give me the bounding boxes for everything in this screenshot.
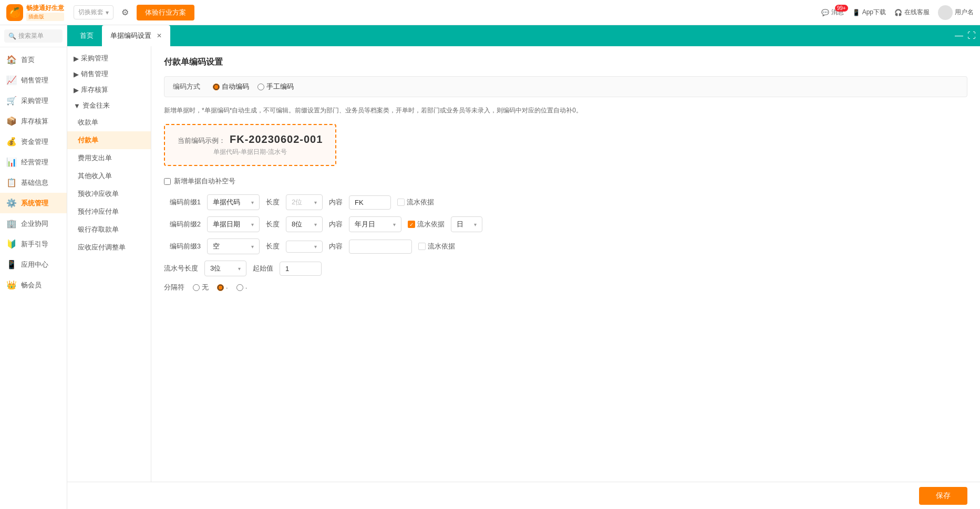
vip-icon: 👑: [6, 280, 17, 290]
sep-dot-input[interactable]: [217, 284, 224, 291]
tab-close-icon[interactable]: ✕: [157, 32, 162, 39]
prefix-3-content-input[interactable]: [349, 240, 412, 254]
tab-maximize-button[interactable]: ⛶: [967, 31, 976, 40]
sub-menu-item-bank[interactable]: 银行存取款单: [67, 221, 151, 238]
prefix-1-length-select[interactable]: 2位 ▾: [286, 194, 323, 210]
serial-start-label: 起始值: [253, 264, 273, 273]
main-panel: 付款单编码设置 编码方式 自动编码 手工编码: [151, 46, 980, 509]
online-service-button[interactable]: 🎧 在线客服: [894, 8, 930, 17]
sub-menu-group-purchase[interactable]: ▶ 采购管理: [67, 50, 151, 66]
user-info[interactable]: 用户名: [938, 5, 974, 20]
sidebar-item-finance[interactable]: 💰 资金管理: [0, 131, 67, 152]
manual-encode-input[interactable]: [257, 84, 264, 90]
sidebar-item-basic[interactable]: 📋 基础信息: [0, 172, 67, 193]
sub-menu-item-prepaid-ap[interactable]: 预付冲应付单: [67, 203, 151, 221]
sidebar-item-apps[interactable]: 📱 应用中心: [0, 254, 67, 275]
sep-dot2-radio[interactable]: ·: [236, 284, 247, 292]
prefix-2-serial-check[interactable]: ✓ 流水依据: [408, 220, 445, 229]
sidebar-item-sales[interactable]: 📈 销售管理: [0, 70, 67, 90]
sep-none-radio[interactable]: 无: [193, 283, 209, 292]
save-button[interactable]: 保存: [919, 487, 967, 505]
manual-encode-radio[interactable]: 手工编码: [257, 82, 294, 91]
prefix-3-content-label: 内容: [329, 242, 343, 251]
sidebar: 🔍 搜索菜单 🏠 首页 📈 销售管理 🛒 采购管理 📦 库存核算 💰: [0, 25, 67, 509]
sidebar-item-guide[interactable]: 🔰 新手引导: [0, 234, 67, 254]
settings-icon[interactable]: ⚙: [118, 5, 132, 20]
prefix-1-length-arrow: ▾: [314, 200, 317, 205]
serial-start-input[interactable]: [280, 262, 322, 276]
sub-menu-item-expense[interactable]: 费用支出单: [67, 149, 151, 167]
sidebar-item-operations[interactable]: 📊 经营管理: [0, 152, 67, 172]
logo-text: 畅捷通好生意 插曲版: [26, 4, 64, 21]
sidebar-item-home[interactable]: 🏠 首页: [0, 49, 67, 70]
tab-home[interactable]: 首页: [71, 25, 102, 46]
chevron-right-icon-3: ▶: [74, 86, 79, 94]
sub-menu-item-prepaid-ar[interactable]: 预收冲应收单: [67, 185, 151, 203]
avatar: [938, 5, 953, 20]
search-menu-input[interactable]: 🔍 搜索菜单: [4, 29, 63, 43]
prefix-1-length-label: 长度: [266, 198, 280, 207]
app-download-button[interactable]: 📱 App下载: [852, 8, 886, 17]
sep-dot2-input[interactable]: [236, 284, 243, 291]
auto-encode-input[interactable]: [213, 84, 220, 90]
operations-icon: 📊: [6, 157, 17, 167]
prefix-2-day-arrow: ▾: [474, 222, 477, 227]
account-switcher[interactable]: 切换账套 ▾: [74, 5, 114, 19]
sidebar-item-vip[interactable]: 👑 畅会员: [0, 275, 67, 295]
sidebar-search-area[interactable]: 🔍 搜索菜单: [0, 25, 67, 47]
sub-menu-group-inventory[interactable]: ▶ 库存核算: [67, 82, 151, 98]
separator-row: 分隔符 无 · ·: [164, 283, 967, 292]
serial-length-arrow: ▾: [238, 266, 241, 272]
auto-fill-label: 新增单据自动补空号: [174, 176, 235, 186]
sub-menu-group-sales[interactable]: ▶ 销售管理: [67, 66, 151, 82]
sidebar-item-enterprise[interactable]: 🏢 企业协同: [0, 213, 67, 234]
sub-menu-item-adjustment[interactable]: 应收应付调整单: [67, 238, 151, 256]
sidebar-item-inventory[interactable]: 📦 库存核算: [0, 111, 67, 131]
serial-length-label: 流水号长度: [164, 264, 198, 273]
message-badge: 99+: [835, 5, 848, 12]
prefix-2-select[interactable]: 单据日期 ▾: [207, 216, 260, 232]
page-title: 付款单编码设置: [164, 57, 967, 68]
prefix-2-day-select[interactable]: 日 ▾: [451, 216, 482, 232]
prefix-3-length-arrow: ▾: [314, 244, 317, 250]
sep-none-input[interactable]: [193, 284, 200, 291]
messages-button[interactable]: 💬 消息 99+: [821, 8, 844, 17]
sidebar-item-system[interactable]: ⚙️ 系统管理: [0, 193, 67, 213]
separator-label: 分隔符: [164, 283, 184, 292]
main-content: 首页 单据编码设置 ✕ — ⛶ ▶ 采购管理 ▶ 销售管理: [67, 25, 980, 509]
sub-menu-item-payment[interactable]: 付款单: [67, 131, 151, 149]
chevron-down-icon: ▾: [106, 9, 109, 16]
tab-minimize-button[interactable]: —: [955, 31, 963, 40]
prefix-2-content-select[interactable]: 年月日 ▾: [349, 216, 401, 232]
prefix-3-select[interactable]: 空 ▾: [207, 238, 260, 254]
sub-menu-item-other-income[interactable]: 其他收入单: [67, 167, 151, 185]
prefix-1-serial-check[interactable]: 流水依据: [397, 198, 434, 207]
prefix-1-content-input[interactable]: [349, 195, 391, 210]
home-icon: 🏠: [6, 55, 17, 65]
auto-encode-radio[interactable]: 自动编码: [213, 82, 249, 91]
serial-length-select[interactable]: 3位 ▾: [204, 261, 246, 276]
trial-button[interactable]: 体验行业方案: [137, 5, 194, 20]
sub-menu-group-finance[interactable]: ▼ 资金往来: [67, 98, 151, 113]
top-header: 🍊 畅捷通好生意 插曲版 切换账套 ▾ ⚙ 体验行业方案 💬 消息 99+ 📱 …: [0, 0, 980, 25]
enterprise-icon: 🏢: [6, 219, 17, 228]
sidebar-item-purchase[interactable]: 🛒 采购管理: [0, 90, 67, 111]
apps-icon: 📱: [6, 259, 17, 269]
auto-fill-checkbox[interactable]: [164, 178, 171, 185]
content-inner: ▶ 采购管理 ▶ 销售管理 ▶ 库存核算 ▼ 资金往来 收款单 付款单 费用支出…: [67, 46, 980, 509]
sub-menu-item-receipt[interactable]: 收款单: [67, 113, 151, 131]
sep-dot-radio[interactable]: ·: [217, 284, 228, 292]
prefix-3-length-select[interactable]: ▾: [286, 241, 323, 253]
prefix-2-length-arrow: ▾: [314, 222, 317, 227]
tab-barcode-settings[interactable]: 单据编码设置 ✕: [102, 25, 170, 46]
preview-code: FK-20230602-001: [230, 133, 323, 146]
prefix-1-select[interactable]: 单据代码 ▾: [207, 194, 260, 210]
prefix-2-length-select[interactable]: 8位 ▾: [286, 216, 323, 232]
prefix-3-serial-check[interactable]: 流水依据: [418, 242, 455, 251]
guide-icon: 🔰: [6, 239, 17, 249]
app-icon: 📱: [852, 9, 860, 16]
sub-menu: ▶ 采购管理 ▶ 销售管理 ▶ 库存核算 ▼ 资金往来 收款单 付款单 费用支出…: [67, 46, 151, 509]
encoding-radio-group: 自动编码 手工编码: [213, 82, 294, 91]
prefix-2-checked-icon: ✓: [408, 221, 415, 228]
chevron-down-icon-sub: ▼: [74, 102, 80, 110]
